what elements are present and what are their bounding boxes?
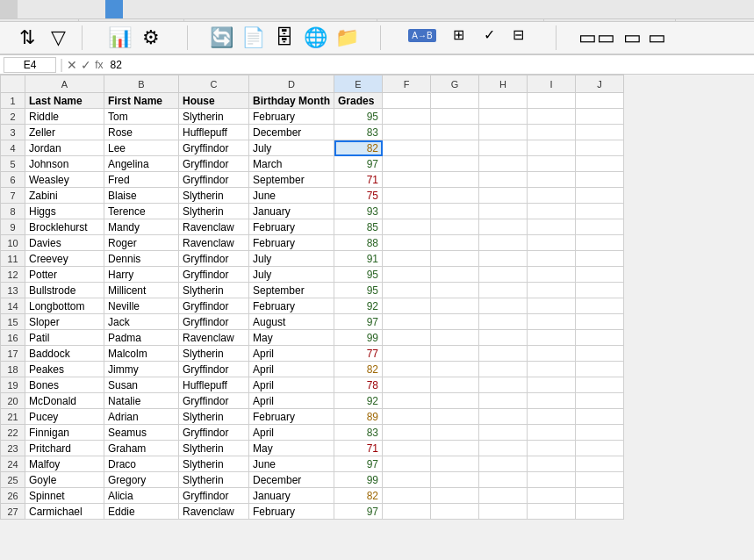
cell-A6[interactable]: Weasley [25,172,104,188]
cell-G25[interactable] [431,472,479,488]
cell-C11[interactable]: Gryffindor [179,251,249,267]
cell-H14[interactable] [479,298,528,314]
cell-J10[interactable] [576,235,624,251]
cell-F22[interactable] [383,425,431,441]
cell-F3[interactable] [383,125,431,140]
cell-A5[interactable]: Johnson [25,156,104,172]
cell-G10[interactable] [431,235,479,251]
cell-J5[interactable] [576,156,624,172]
cell-G11[interactable] [431,251,479,267]
cell-C25[interactable]: Slytherin [179,472,249,488]
cell-E8[interactable]: 93 [334,204,383,219]
cell-G19[interactable] [431,377,479,393]
cell-f1[interactable] [383,93,431,109]
cell-C20[interactable]: Gryffindor [179,393,249,409]
cell-E26[interactable]: 82 [334,488,383,504]
cell-G23[interactable] [431,441,479,456]
cell-a1[interactable]: Last Name [25,93,104,109]
cell-C21[interactable]: Slytherin [179,409,249,425]
cell-j1[interactable] [576,93,624,109]
cell-F17[interactable] [383,346,431,362]
cell-E7[interactable]: 75 [334,188,383,204]
cell-H20[interactable] [479,393,528,409]
cell-J13[interactable] [576,283,624,298]
cell-E3[interactable]: 83 [334,125,383,140]
database-button[interactable]: 🗄 [270,27,298,48]
cell-I22[interactable] [528,425,576,441]
what-if-button[interactable]: ⚙ [137,27,165,48]
cell-A25[interactable]: Goyle [25,472,104,488]
filemaker-button[interactable]: 📁 [333,27,362,48]
cell-C15[interactable]: Gryffindor [179,314,249,330]
cell-B19[interactable]: Susan [104,377,179,393]
sort-button[interactable]: ⇅ [13,27,41,48]
col-F-header[interactable]: F [383,75,431,93]
cell-E9[interactable]: 85 [334,219,383,235]
validate-button[interactable]: ✓ [476,27,504,43]
cell-D13[interactable]: September [249,283,334,298]
cell-E2[interactable]: 95 [334,109,383,125]
cell-G20[interactable] [431,393,479,409]
cell-I3[interactable] [528,125,576,140]
cell-C16[interactable]: Ravenclaw [179,330,249,346]
cell-G12[interactable] [431,267,479,283]
cell-F7[interactable] [383,188,431,204]
cell-H17[interactable] [479,346,528,362]
text-button[interactable]: 📄 [239,27,268,48]
cell-D17[interactable]: April [249,346,334,362]
cell-C19[interactable]: Hufflepuff [179,377,249,393]
cell-I25[interactable] [528,472,576,488]
cell-C5[interactable]: Gryffindor [179,156,249,172]
cell-I2[interactable] [528,109,576,125]
cell-A15[interactable]: Sloper [25,314,104,330]
cell-F25[interactable] [383,472,431,488]
cell-I12[interactable] [528,267,576,283]
cell-D11[interactable]: July [249,251,334,267]
cell-A14[interactable]: Longbottom [25,298,104,314]
cell-B25[interactable]: Gregory [104,472,179,488]
cell-D19[interactable]: April [249,377,334,393]
cell-E12[interactable]: 95 [334,267,383,283]
cell-A13[interactable]: Bullstrode [25,283,104,298]
cell-F16[interactable] [383,330,431,346]
cell-D7[interactable]: June [249,188,334,204]
cell-J25[interactable] [576,472,624,488]
cell-C17[interactable]: Slytherin [179,346,249,362]
cell-I21[interactable] [528,409,576,425]
cell-E21[interactable]: 89 [334,409,383,425]
cell-H27[interactable] [479,504,528,520]
cell-G18[interactable] [431,362,479,377]
group-button[interactable]: ▭▭ [576,27,618,48]
cell-J19[interactable] [576,377,624,393]
cell-H16[interactable] [479,330,528,346]
cell-H6[interactable] [479,172,528,188]
cell-H12[interactable] [479,267,528,283]
cell-B9[interactable]: Mandy [104,219,179,235]
cell-A16[interactable]: Patil [25,330,104,346]
cell-D26[interactable]: January [249,488,334,504]
cell-F4[interactable] [383,140,431,156]
cell-H8[interactable] [479,204,528,219]
cell-B27[interactable]: Eddie [104,504,179,520]
cell-e1[interactable]: Grades [334,93,383,109]
cell-J7[interactable] [576,188,624,204]
cell-F26[interactable] [383,488,431,504]
spreadsheet[interactable]: A B C D E F G H I J 1 Last Name First Na… [0,75,754,520]
cell-J16[interactable] [576,330,624,346]
cell-A4[interactable]: Jordan [25,140,104,156]
cell-I14[interactable] [528,298,576,314]
cell-c1[interactable]: House [179,93,249,109]
cell-F11[interactable] [383,251,431,267]
text-to-columns-button[interactable]: A→B [406,28,442,43]
ungroup-button[interactable]: ▭ ▭ [621,27,668,48]
cell-E24[interactable]: 97 [334,456,383,472]
cell-B16[interactable]: Padma [104,330,179,346]
cell-C2[interactable]: Slytherin [179,109,249,125]
cell-D23[interactable]: May [249,441,334,456]
cell-E19[interactable]: 78 [334,377,383,393]
cell-H24[interactable] [479,456,528,472]
cell-D24[interactable]: June [249,456,334,472]
cell-F19[interactable] [383,377,431,393]
cell-J12[interactable] [576,267,624,283]
cell-H18[interactable] [479,362,528,377]
